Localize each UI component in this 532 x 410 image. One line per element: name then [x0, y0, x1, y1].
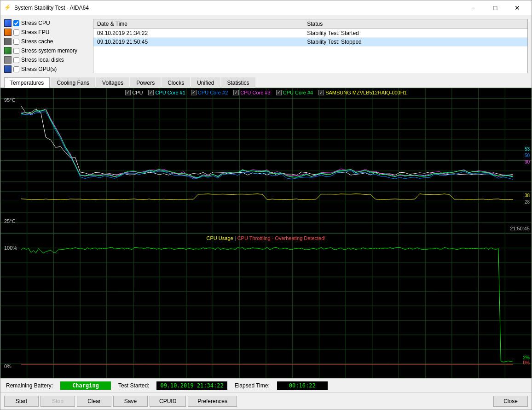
tab-powers[interactable]: Powers: [130, 77, 161, 88]
temp-y-top: 95°C: [4, 97, 16, 103]
legend-core2-label: CPU Core #2: [198, 90, 228, 95]
temp-time-label: 21:50:45: [510, 226, 530, 231]
usage-chart-title: CPU Usage | CPU Throttling - Overheating…: [207, 235, 326, 241]
stress-gpu-label: Stress GPU(s): [21, 66, 57, 72]
tab-temperatures[interactable]: Temperatures: [4, 77, 50, 88]
stress-options-panel: Stress CPU Stress FPU Stress cache Stres…: [4, 19, 89, 73]
title-bar-buttons: − □ ✕: [463, 2, 528, 13]
top-area: Stress CPU Stress FPU Stress cache Stres…: [0, 15, 532, 77]
close-button[interactable]: Close: [493, 396, 528, 407]
stress-cache-icon: [4, 38, 12, 45]
usage-chart-canvas: [0, 234, 532, 379]
cpuid-button[interactable]: CPUID: [150, 396, 186, 407]
stress-fpu-checkbox[interactable]: [13, 29, 19, 35]
window-title: System Stability Test - AIDA64: [14, 5, 463, 11]
log-status-1: Stability Test: Stopped: [303, 38, 527, 47]
tab-clocks[interactable]: Clocks: [162, 77, 190, 88]
stress-local-checkbox[interactable]: [13, 57, 19, 63]
stress-local-icon: [4, 56, 12, 64]
usage-throttle-warning: CPU Throttling - Overheating Detected!: [237, 235, 326, 241]
log-row-0[interactable]: 09.10.2019 21:34:22Stability Test: Start…: [93, 29, 527, 38]
stress-gpu-item: Stress GPU(s): [4, 65, 89, 73]
temp-val-53: 53: [525, 146, 530, 152]
usage-y-top: 100%: [4, 245, 17, 251]
log-row-1[interactable]: 09.10.2019 21:50:45Stability Test: Stopp…: [93, 38, 527, 47]
test-started-label: Test Started:: [118, 382, 149, 389]
usage-chart-container: CPU Usage | CPU Throttling - Overheating…: [0, 233, 532, 379]
stress-cpu-label: Stress CPU: [21, 20, 50, 26]
tab-cooling-fans[interactable]: Cooling Fans: [51, 77, 95, 88]
preferences-button[interactable]: Preferences: [188, 396, 237, 407]
temp-right-values-2: 38 28: [525, 193, 530, 205]
minimize-button[interactable]: −: [463, 2, 484, 13]
usage-val-0: 0%: [523, 360, 530, 365]
log-header-status: Status: [303, 19, 527, 29]
stress-memory-item: Stress system memory: [4, 47, 89, 55]
maximize-button[interactable]: □: [485, 2, 506, 13]
log-table: Date & Time Status 09.10.2019 21:34:22St…: [93, 19, 528, 73]
stress-cache-label: Stress cache: [21, 38, 53, 45]
battery-value: Charging: [60, 381, 111, 390]
stress-memory-icon: [4, 47, 12, 54]
legend-core4-label: CPU Core #4: [283, 90, 313, 95]
stress-cpu-item: Stress CPU: [4, 19, 89, 27]
app-icon: ⚡: [4, 4, 12, 12]
temp-chart-legend: ✓ CPU ✓ CPU Core #1 ✓ CPU Core #2 ✓ CPU …: [0, 90, 532, 95]
charts-area: ✓ CPU ✓ CPU Core #1 ✓ CPU Core #2 ✓ CPU …: [0, 88, 532, 378]
temp-right-values: 53 50 30: [525, 146, 530, 165]
stress-memory-label: Stress system memory: [21, 47, 77, 54]
usage-val-2: 2%: [523, 355, 530, 360]
stress-gpu-icon: [4, 65, 12, 73]
log-header-datetime: Date & Time: [93, 19, 303, 29]
temp-chart-container: ✓ CPU ✓ CPU Core #1 ✓ CPU Core #2 ✓ CPU …: [0, 88, 532, 233]
stress-cache-item: Stress cache: [4, 37, 89, 46]
log-status-0: Stability Test: Started: [303, 29, 527, 38]
save-button[interactable]: Save: [113, 396, 148, 407]
legend-core1: ✓ CPU Core #1: [148, 90, 185, 95]
battery-label: Remaining Battery:: [6, 382, 53, 389]
temp-chart-canvas: [0, 88, 532, 233]
stress-cpu-checkbox[interactable]: [13, 20, 19, 26]
tab-statistics[interactable]: Statistics: [221, 77, 255, 88]
stress-local-label: Stress local disks: [21, 57, 64, 63]
tab-unified[interactable]: Unified: [191, 77, 220, 88]
bottom-buttons: Start Stop Clear Save CPUID Preferences …: [0, 392, 532, 410]
legend-core2: ✓ CPU Core #2: [191, 90, 228, 95]
legend-core4: ✓ CPU Core #4: [276, 90, 313, 95]
log-datetime-1: 09.10.2019 21:50:45: [93, 38, 303, 47]
elapsed-value: 00:16:22: [277, 381, 328, 390]
stress-cache-checkbox[interactable]: [13, 39, 19, 45]
tabs-bar: Temperatures Cooling Fans Voltages Power…: [0, 77, 532, 88]
stress-gpu-checkbox[interactable]: [13, 66, 19, 72]
log-datetime-0: 09.10.2019 21:34:22: [93, 29, 303, 38]
usage-title-text: CPU Usage: [207, 235, 233, 241]
stress-local-item: Stress local disks: [4, 56, 89, 64]
temp-y-bottom: 25°C: [4, 218, 16, 224]
temp-val-28: 28: [525, 199, 530, 205]
stress-memory-checkbox[interactable]: [13, 48, 19, 54]
legend-core3-label: CPU Core #3: [240, 90, 270, 95]
temp-val-30: 30: [525, 159, 530, 165]
legend-cpu: ✓ CPU: [125, 90, 143, 95]
stop-button[interactable]: Stop: [40, 396, 75, 407]
legend-core1-label: CPU Core #1: [155, 90, 185, 95]
close-window-button[interactable]: ✕: [507, 2, 528, 13]
log-data-table: Date & Time Status 09.10.2019 21:34:22St…: [93, 19, 527, 47]
legend-cpu-label: CPU: [132, 90, 143, 95]
stress-fpu-label: Stress FPU: [21, 29, 49, 35]
usage-right-values: 2% 0%: [523, 355, 530, 365]
stress-cpu-icon: [4, 19, 12, 27]
elapsed-label: Elapsed Time:: [235, 382, 270, 389]
start-button[interactable]: Start: [4, 396, 39, 407]
temp-val-50: 50: [525, 152, 530, 159]
test-started-value: 09.10.2019 21:34:22: [156, 381, 227, 390]
tab-voltages[interactable]: Voltages: [96, 77, 129, 88]
stress-fpu-item: Stress FPU: [4, 28, 89, 36]
legend-samsung-label: SAMSUNG MZVLB512HAIQ-000H1: [325, 90, 407, 95]
main-window: ⚡ System Stability Test - AIDA64 − □ ✕ S…: [0, 0, 532, 410]
usage-y-bottom: 0%: [4, 363, 12, 369]
title-bar: ⚡ System Stability Test - AIDA64 − □ ✕: [0, 0, 532, 15]
status-bar: Remaining Battery: Charging Test Started…: [0, 378, 532, 392]
clear-button[interactable]: Clear: [77, 396, 111, 407]
legend-samsung: ✓ SAMSUNG MZVLB512HAIQ-000H1: [318, 90, 407, 95]
